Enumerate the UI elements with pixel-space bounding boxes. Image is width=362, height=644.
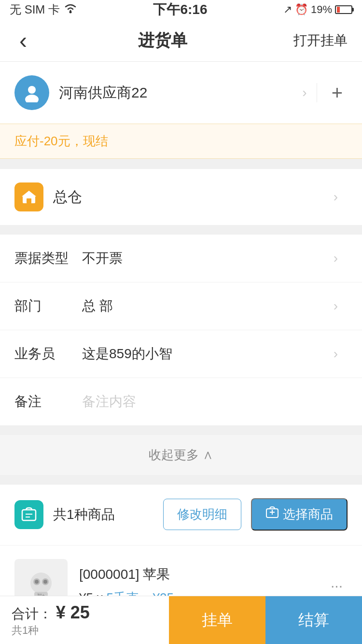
invoice-label: 票据类型 (14, 249, 82, 267)
status-right: ↗ ⏰ 19% (283, 3, 352, 16)
location-icon: ↗ (283, 3, 292, 16)
product-code: [0000001] (79, 567, 143, 582)
product-name: [0000001] 苹果 (79, 565, 314, 584)
warehouse-icon (14, 182, 43, 211)
pending-button[interactable]: 挂单 (169, 596, 265, 644)
products-count: 共1种商品 (53, 505, 153, 524)
wifi-icon (64, 3, 77, 16)
collapse-label: 收起更多 ∧ (149, 448, 213, 462)
salesperson-chevron-icon: › (334, 346, 338, 362)
svg-point-1 (28, 86, 36, 94)
product-title: 苹果 (143, 567, 170, 582)
bottom-bar: 合计： ¥ 25 共1种 挂单 结算 (0, 596, 362, 644)
settle-button[interactable]: 结算 (265, 596, 362, 644)
carrier-text: 无 SIM 卡 (10, 2, 60, 17)
supplier-row[interactable]: 河南供应商22 › + (0, 62, 362, 124)
status-bar: 无 SIM 卡 下午6:16 ↗ ⏰ 19% (0, 0, 362, 19)
svg-point-2 (25, 95, 39, 102)
select-product-button[interactable]: 选择商品 (251, 498, 348, 531)
battery-percent: 19% (311, 3, 332, 16)
supplier-chevron-icon: › (302, 85, 306, 100)
open-pending-button[interactable]: 打开挂单 (293, 31, 348, 50)
product-more-button[interactable]: ··· (326, 573, 348, 599)
form-section: 票据类型 不开票 › 部门 总 部 › 业务员 这是859的小智 › 备注 备注… (0, 235, 362, 425)
products-header: 共1种商品 修改明细 选择商品 (0, 485, 362, 544)
edit-detail-button[interactable]: 修改明细 (163, 499, 241, 530)
add-button[interactable]: + (327, 82, 348, 104)
department-chevron-icon: › (334, 298, 338, 314)
nav-bar: ‹ 进货单 打开挂单 (0, 19, 362, 62)
status-time: 下午6:16 (153, 0, 207, 19)
bottom-total: 合计： ¥ 25 共1种 (0, 596, 169, 644)
total-label: 合计： (12, 606, 52, 621)
select-product-icon (265, 506, 279, 523)
invoice-value: 不开票 (82, 249, 334, 267)
warehouse-chevron-icon: › (334, 189, 338, 205)
remark-label: 备注 (14, 392, 82, 411)
svg-point-0 (70, 11, 72, 14)
invoice-chevron-icon: › (334, 251, 338, 266)
salesperson-value: 这是859的小智 (82, 345, 334, 363)
total-amount: ¥ 25 (56, 602, 90, 622)
department-label: 部门 (14, 297, 82, 315)
warehouse-row[interactable]: 总仓 › (0, 168, 362, 225)
salesperson-row[interactable]: 业务员 这是859的小智 › (0, 330, 362, 378)
total-row: 合计： ¥ 25 (12, 602, 157, 623)
supplier-avatar (14, 75, 49, 110)
svg-point-16 (43, 580, 47, 584)
supplier-section: 河南供应商22 › + 应付-20元，现结 (0, 62, 362, 159)
total-count: 共1种 (12, 623, 157, 638)
select-product-label: 选择商品 (283, 506, 333, 523)
collapse-button[interactable]: 收起更多 ∧ (0, 435, 362, 475)
invoice-row[interactable]: 票据类型 不开票 › (0, 235, 362, 282)
svg-marker-4 (22, 191, 36, 196)
svg-point-17 (36, 587, 46, 592)
remark-row[interactable]: 备注 备注内容 (0, 378, 362, 425)
alert-text: 应付-20元，现结 (14, 134, 108, 148)
divider (317, 83, 317, 102)
salesperson-label: 业务员 (14, 345, 82, 363)
department-value: 总 部 (82, 297, 334, 315)
remark-placeholder: 备注内容 (82, 392, 348, 411)
svg-rect-5 (27, 198, 31, 203)
alert-banner: 应付-20元，现结 (0, 124, 362, 159)
department-row[interactable]: 部门 总 部 › (0, 282, 362, 330)
page-title: 进货单 (138, 29, 187, 52)
warehouse-name: 总仓 (53, 187, 334, 207)
status-left: 无 SIM 卡 (10, 2, 77, 17)
svg-rect-6 (22, 510, 36, 520)
alarm-icon: ⏰ (295, 3, 308, 16)
products-icon (14, 500, 43, 529)
back-button[interactable]: ‹ (14, 22, 32, 58)
battery-icon (335, 5, 352, 14)
warehouse-section: 总仓 › (0, 168, 362, 225)
supplier-name: 河南供应商22 (59, 83, 302, 103)
svg-point-15 (35, 580, 39, 584)
